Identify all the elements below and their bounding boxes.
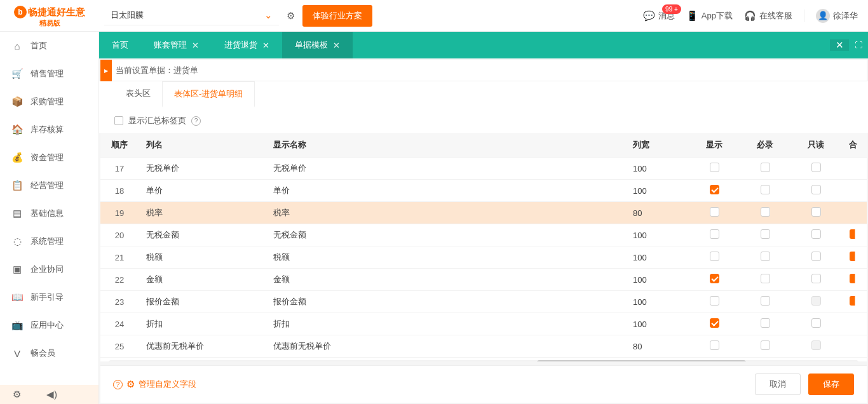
manage-custom-fields-link[interactable]: 管理自定义字段	[139, 379, 196, 390]
checkbox[interactable]	[710, 207, 719, 217]
sidebar-item[interactable]: ▤基础信息	[0, 199, 98, 227]
sidebar-item[interactable]: V畅会员	[0, 339, 98, 367]
tab[interactable]: 账套管理✕	[141, 32, 212, 58]
sidebar-icon: ▤	[11, 208, 23, 219]
cell-width[interactable]: 100	[625, 269, 689, 291]
checkbox-partial[interactable]	[850, 229, 859, 239]
checkbox[interactable]	[761, 340, 770, 350]
account-selector[interactable]: 日太阳膜 ⌄	[104, 6, 279, 25]
checkbox[interactable]	[710, 229, 719, 239]
cell-disp[interactable]: 税率	[266, 202, 625, 224]
checkbox[interactable]	[710, 296, 719, 306]
checkbox[interactable]	[761, 252, 770, 261]
cell-disp[interactable]: 报价金额	[266, 291, 625, 313]
checkbox[interactable]	[811, 229, 821, 239]
experience-button[interactable]: 体验行业方案	[302, 5, 372, 27]
checkbox[interactable]	[761, 207, 770, 217]
sidebar-item[interactable]: ▣企业协同	[0, 255, 98, 283]
checkbox[interactable]	[761, 274, 770, 283]
tab-close-icon[interactable]: ✕	[333, 41, 340, 50]
cell-width[interactable]: 100	[625, 313, 689, 335]
col-width: 列宽	[625, 133, 689, 158]
checkbox[interactable]	[761, 296, 770, 306]
checkbox[interactable]	[710, 274, 719, 283]
tab-label: 首页	[112, 39, 128, 51]
checkbox[interactable]	[761, 229, 770, 239]
cell-width[interactable]: 80	[625, 335, 689, 358]
user-menu[interactable]: 👤 徐泽华	[816, 9, 858, 23]
sidebar-item[interactable]: 🏠库存核算	[0, 116, 98, 144]
checkbox[interactable]	[710, 318, 719, 328]
checkbox[interactable]	[811, 318, 821, 328]
horizontal-scrollbar[interactable]	[108, 360, 859, 361]
tab-header-area[interactable]: 表头区	[114, 81, 162, 107]
sidebar-item[interactable]: 📋经营管理	[0, 172, 98, 199]
close-tab-button[interactable]: ✕	[830, 39, 849, 51]
checkbox[interactable]	[710, 340, 719, 350]
checkbox[interactable]	[761, 318, 770, 328]
scrollbar-thumb[interactable]	[536, 360, 747, 361]
help-icon[interactable]: ?	[191, 116, 201, 126]
app-download-link[interactable]: 📱 App下载	[686, 10, 733, 22]
cell-ro	[790, 246, 841, 269]
checkbox[interactable]	[811, 163, 821, 172]
tab[interactable]: 单据模板✕	[282, 32, 353, 58]
checkbox[interactable]	[811, 252, 821, 261]
sidebar-item[interactable]: 🛒销售管理	[0, 60, 98, 88]
checkbox[interactable]	[811, 207, 821, 217]
sidebar-item[interactable]: 📺应用中心	[0, 311, 98, 339]
save-button[interactable]: 保存	[808, 374, 854, 395]
cancel-button[interactable]: 取消	[755, 374, 801, 395]
tab[interactable]: 首页	[99, 32, 141, 58]
table-row: 23报价金额报价金额100	[100, 291, 867, 313]
cell-disp[interactable]: 折扣	[266, 313, 625, 335]
sidebar-item[interactable]: 📖新手引导	[0, 283, 98, 311]
cell-name: 税额	[139, 246, 266, 269]
cell-ro	[790, 180, 841, 202]
cell-disp[interactable]: 金额	[266, 269, 625, 291]
cell-disp[interactable]: 无税单价	[266, 158, 625, 180]
cell-width[interactable]: 100	[625, 180, 689, 202]
user-name: 徐泽华	[833, 10, 858, 22]
col-disp: 显示名称	[266, 133, 625, 158]
checkbox[interactable]	[710, 185, 719, 194]
sidebar-item[interactable]: 📦采购管理	[0, 88, 98, 116]
tab[interactable]: 进货退货✕	[212, 32, 282, 58]
checkbox[interactable]	[811, 185, 821, 194]
fullscreen-button[interactable]: ⛶	[849, 41, 868, 50]
checkbox-partial[interactable]	[850, 252, 859, 261]
checkbox[interactable]	[761, 185, 770, 194]
sidebar-icon: 📺	[11, 320, 23, 331]
cell-disp[interactable]: 税额	[266, 246, 625, 269]
sidebar-item[interactable]: 💰资金管理	[0, 144, 98, 172]
show-summary-checkbox[interactable]	[114, 116, 123, 125]
checkbox[interactable]	[761, 163, 770, 172]
checkbox[interactable]	[811, 274, 821, 283]
cell-width[interactable]: 100	[625, 158, 689, 180]
checkbox-partial[interactable]	[850, 274, 859, 283]
cell-width[interactable]: 80	[625, 202, 689, 224]
cell-ro	[790, 158, 841, 180]
sidebar-icon: V	[11, 348, 23, 359]
checkbox[interactable]	[710, 163, 719, 172]
gear-icon[interactable]: ⚙	[287, 10, 295, 22]
tab-close-icon[interactable]: ✕	[262, 41, 269, 50]
messages-link[interactable]: 💬 消息 99 +	[643, 10, 675, 22]
sidebar-item-label: 采购管理	[31, 96, 64, 107]
cell-width[interactable]: 100	[625, 291, 689, 313]
collapse-icon[interactable]: ◀)	[46, 389, 57, 400]
checkbox-partial[interactable]	[850, 296, 859, 306]
checkbox[interactable]	[710, 252, 719, 261]
cell-width[interactable]: 100	[625, 246, 689, 269]
sidebar-item[interactable]: ◌系统管理	[0, 227, 98, 255]
cell-width[interactable]: 100	[625, 224, 689, 246]
customer-service-link[interactable]: 🎧 在线客服	[744, 10, 792, 22]
cell-name: 优惠前无税单价	[139, 335, 266, 358]
sidebar-item[interactable]: ⌂首页	[0, 32, 98, 60]
cell-disp[interactable]: 单价	[266, 180, 625, 202]
tab-close-icon[interactable]: ✕	[192, 41, 199, 50]
settings-icon[interactable]: ⚙	[13, 389, 21, 400]
tab-body-area[interactable]: 表体区-进货单明细	[162, 81, 255, 107]
cell-disp[interactable]: 无税金额	[266, 224, 625, 246]
cell-disp[interactable]: 优惠前无税单价	[266, 335, 625, 358]
